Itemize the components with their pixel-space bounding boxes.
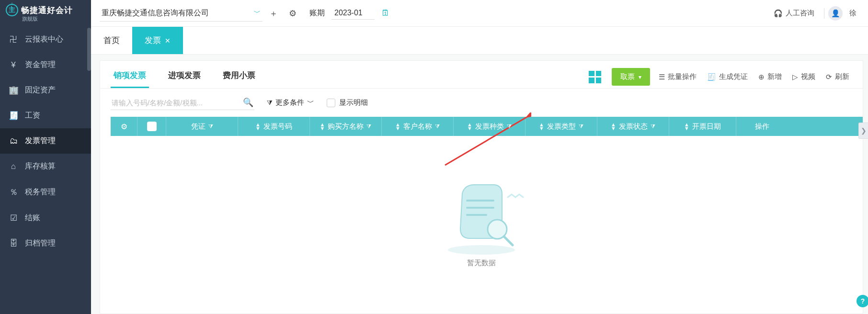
video-button[interactable]: ▷ 视频 — [792, 72, 815, 81]
checkbox-icon[interactable] — [147, 122, 157, 131]
table: ⚙ 凭证 ⧩ ▲▼ 发票号码 ▲▼ 购买方名称 — [100, 117, 863, 136]
more-filter[interactable]: ⧩ 更多条件 ﹀ — [267, 98, 314, 107]
sort-icon[interactable]: ▲▼ — [255, 123, 261, 130]
th-customer[interactable]: ▲▼ 客户名称 ⧩ — [382, 117, 454, 136]
svg-point-1 — [448, 245, 515, 255]
filter-icon[interactable]: ⧩ — [579, 123, 583, 130]
sidebar-item-tax[interactable]: ％ 税务管理 — [0, 179, 91, 205]
button-label: 生成凭证 — [719, 72, 748, 81]
add-icon[interactable]: ＋ — [265, 5, 282, 22]
sidebar-item-reports[interactable]: ࿖ 云报表中心 — [0, 27, 91, 52]
payroll-icon: 🧾 — [9, 111, 18, 121]
filter-icon[interactable]: ⧩ — [507, 123, 512, 130]
th-status[interactable]: ▲▼ 发票状态 ⧩ — [597, 117, 669, 136]
sort-icon[interactable]: ▲▼ — [684, 123, 689, 130]
sidebar-item-label: 固定资产 — [25, 85, 56, 95]
sidebar-item-label: 归档管理 — [25, 238, 56, 248]
sort-icon[interactable]: ▲▼ — [320, 123, 325, 130]
more-filter-label: 更多条件 — [275, 98, 304, 107]
sidebar-item-label: 结账 — [25, 213, 40, 223]
filter-icon[interactable]: ⧩ — [651, 123, 655, 130]
empty-illustration-icon — [436, 179, 527, 256]
th-type[interactable]: ▲▼ 发票类型 ⧩ — [525, 117, 597, 136]
th-kind[interactable]: ▲▼ 发票种类 ⧩ — [454, 117, 525, 136]
sidebar-item-invoice[interactable]: 🗂 发票管理 — [0, 128, 91, 154]
th-checkbox[interactable] — [137, 117, 166, 136]
sort-icon[interactable]: ▲▼ — [467, 123, 472, 130]
avatar-icon: 👤 — [828, 6, 843, 21]
sort-icon[interactable]: ▲▼ — [611, 123, 616, 130]
show-detail-label: 显示明细 — [339, 98, 368, 107]
checkbox-icon[interactable] — [327, 99, 335, 107]
sidebar-item-salary[interactable]: 🧾 工资 — [0, 103, 91, 128]
th-buyer[interactable]: ▲▼ 购买方名称 ⧩ — [310, 117, 382, 136]
subtab-row: 销项发票 进项发票 费用小票 取票 ▾ ☰ 批量操作 🧾 生成凭证 — [100, 61, 863, 89]
gen-voucher-button[interactable]: 🧾 生成凭证 — [707, 72, 748, 81]
batch-button[interactable]: ☰ 批量操作 — [659, 72, 697, 81]
search-box[interactable]: 🔍 — [111, 95, 254, 110]
money-icon: ¥ — [9, 60, 18, 70]
sidebar-item-inventory[interactable]: ⌂ 库存核算 — [0, 154, 91, 179]
plus-circle-icon: ⊕ — [758, 73, 765, 81]
refresh-button[interactable]: ⟳ 刷新 — [826, 72, 849, 81]
user-menu[interactable]: 👤 徐 — [828, 6, 857, 21]
th-label: 开票日期 — [692, 122, 721, 131]
add-button[interactable]: ⊕ 新增 — [758, 72, 782, 81]
empty-text: 暂无数据 — [467, 258, 496, 268]
close-icon[interactable]: ✕ — [165, 37, 171, 45]
filter-icon[interactable]: ⧩ — [208, 123, 213, 130]
period-value[interactable]: 2023-01 — [331, 7, 375, 20]
search-icon[interactable]: 🔍 — [243, 97, 253, 108]
play-icon: ▷ — [792, 73, 798, 81]
building-icon: 🏢 — [9, 85, 18, 95]
subtab-purchase[interactable]: 进项发票 — [165, 66, 204, 88]
sidebar-item-funds[interactable]: ¥ 资金管理 — [0, 52, 91, 78]
fetch-invoice-button[interactable]: 取票 ▾ — [612, 68, 650, 86]
show-detail-toggle[interactable]: 显示明细 — [327, 98, 368, 107]
calendar-icon[interactable]: 🗓 — [377, 5, 394, 22]
page-tabs: 首页 发票 ✕ — [91, 27, 868, 55]
check-icon: ☑ — [9, 213, 18, 223]
tab-home[interactable]: 首页 — [91, 27, 132, 54]
funnel-icon: ⧩ — [267, 99, 273, 107]
th-date[interactable]: ▲▼ 开票日期 — [669, 117, 736, 136]
th-label: 发票类型 — [547, 122, 576, 131]
table-header: ⚙ 凭证 ⧩ ▲▼ 发票号码 ▲▼ 购买方名称 — [111, 117, 863, 136]
tab-label: 发票 — [145, 35, 161, 46]
qr-icon[interactable] — [589, 71, 601, 83]
collapse-handle[interactable]: ❯ — [858, 123, 868, 139]
home-icon: ⌂ — [9, 162, 18, 171]
brand-name: 畅捷通好会计 — [21, 5, 73, 16]
content-card: 销项发票 进项发票 费用小票 取票 ▾ ☰ 批量操作 🧾 生成凭证 — [100, 60, 863, 314]
filter-icon[interactable]: ⧩ — [366, 123, 371, 130]
tab-invoice[interactable]: 发票 ✕ — [132, 27, 183, 54]
th-label: 客户名称 — [403, 122, 432, 131]
subtab-sales[interactable]: 销项发票 — [111, 66, 149, 88]
support-link[interactable]: 🎧 人工咨询 — [774, 9, 814, 18]
subtab-receipt[interactable]: 费用小票 — [220, 66, 258, 88]
sidebar-item-label: 发票管理 — [25, 136, 56, 146]
th-settings[interactable]: ⚙ — [111, 117, 137, 136]
gear-icon[interactable]: ⚙ — [285, 5, 301, 22]
help-bubble[interactable]: ? — [857, 295, 868, 307]
company-select[interactable]: 重庆畅捷交通信息咨询有限公司 ﹀ — [100, 5, 263, 22]
period-label: 账期 — [309, 8, 325, 18]
tab-label: 首页 — [103, 35, 120, 46]
sidebar-item-assets[interactable]: 🏢 固定资产 — [0, 78, 91, 103]
sidebar-scrollbar[interactable] — [87, 28, 91, 71]
sort-icon[interactable]: ▲▼ — [539, 123, 544, 130]
search-input[interactable] — [112, 99, 243, 107]
sort-icon[interactable]: ▲▼ — [395, 123, 400, 130]
voucher-icon: 🧾 — [707, 73, 716, 81]
th-label: 购买方名称 — [328, 122, 364, 131]
th-voucher[interactable]: 凭证 ⧩ — [166, 117, 238, 136]
list-icon: ☰ — [659, 73, 665, 81]
th-label: 发票号码 — [263, 122, 292, 131]
invoice-icon: 🗂 — [9, 136, 18, 146]
sidebar-item-close[interactable]: ☑ 结账 — [0, 205, 91, 231]
chevron-down-icon: ﹀ — [254, 9, 261, 17]
th-invoice-no[interactable]: ▲▼ 发票号码 — [238, 117, 310, 136]
th-label: 发票种类 — [475, 122, 504, 131]
sidebar-item-archive[interactable]: 🗄 归档管理 — [0, 231, 91, 256]
filter-icon[interactable]: ⧩ — [435, 123, 440, 130]
